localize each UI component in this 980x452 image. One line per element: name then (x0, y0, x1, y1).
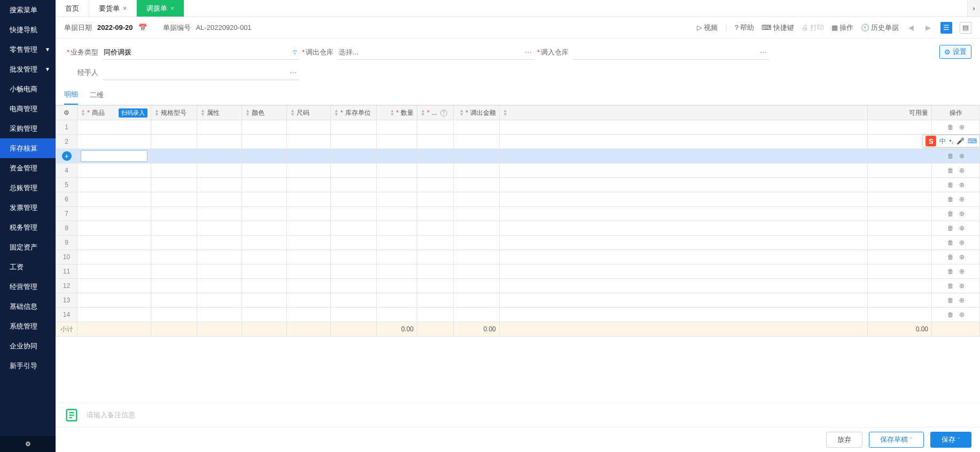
settings-button[interactable]: ⚙设置 (939, 45, 971, 59)
sidebar-item-wholesale[interactable]: 批发管理▼ (0, 59, 56, 79)
delete-row-icon[interactable]: 🗑 (947, 152, 954, 160)
col-blank[interactable]: ▲▼ (500, 106, 868, 120)
help-link[interactable]: ?帮助 (735, 23, 754, 33)
table-row[interactable]: 14🗑⊕ (56, 308, 980, 322)
info-icon[interactable]: ? (440, 110, 447, 116)
more-icon[interactable]: ⋯ (525, 48, 532, 56)
delete-row-icon[interactable]: 🗑 (947, 282, 954, 290)
operate-link[interactable]: ▦操作 (831, 23, 853, 33)
delete-row-icon[interactable]: 🗑 (947, 297, 954, 304)
table-row[interactable]: 6🗑⊕ (56, 192, 980, 207)
copy-row-icon[interactable]: ⊕ (959, 123, 965, 131)
prev-doc-button[interactable]: ◀ (906, 24, 916, 32)
delete-row-icon[interactable]: 🗑 (947, 239, 954, 246)
col-unit[interactable]: ▲▼*库存单位 (331, 106, 377, 120)
table-row[interactable]: 8🗑⊕ (56, 221, 980, 236)
table-row[interactable]: 10🗑⊕ (56, 250, 980, 264)
video-link[interactable]: ▷视频 (697, 23, 718, 33)
col-spec[interactable]: ▲▼规格型号 (151, 106, 197, 120)
copy-row-icon[interactable]: ⊕ (959, 167, 965, 174)
history-link[interactable]: 🕘历史单据 (861, 23, 899, 33)
table-row[interactable]: 5🗑⊕ (56, 178, 980, 192)
col-out-amount[interactable]: ▲▼*调出金额 (454, 106, 500, 120)
add-row-button[interactable]: + (62, 151, 72, 161)
ime-toolbar[interactable]: S 中 •, 🎤 ⌨ (922, 135, 980, 147)
col-product[interactable]: ▲▼*商品扫码录入 (77, 106, 151, 120)
mic-icon[interactable]: 🎤 (956, 137, 965, 145)
copy-row-icon[interactable]: ⊕ (959, 297, 965, 304)
calendar-icon[interactable]: 📅 (138, 24, 147, 32)
copy-row-icon[interactable]: ⊕ (959, 152, 965, 160)
copy-row-icon[interactable]: ⊕ (959, 196, 965, 203)
save-button[interactable]: 保存˄ (930, 432, 971, 448)
ime-punct-icon[interactable]: •, (949, 137, 953, 145)
sidebar-item-ledger[interactable]: 总账管理 (0, 178, 56, 198)
delete-row-icon[interactable]: 🗑 (947, 123, 954, 131)
more-icon[interactable]: ⋯ (760, 48, 767, 56)
sidebar-item-salary[interactable]: 工资 (0, 257, 56, 277)
delete-row-icon[interactable]: 🗑 (947, 181, 954, 189)
sidebar-item-asset[interactable]: 固定资产 (0, 237, 56, 257)
sidebar-item-business[interactable]: 经营管理 (0, 277, 56, 297)
table-row[interactable]: 7🗑⊕ (56, 207, 980, 221)
table-row[interactable]: 12🗑⊕ (56, 279, 980, 293)
print-link[interactable]: 🖨打印 (802, 23, 824, 33)
close-icon[interactable]: × (170, 5, 174, 12)
sidebar-item-inventory[interactable]: 库存核算 (0, 138, 56, 158)
discard-button[interactable]: 放弃 (826, 432, 862, 448)
table-row[interactable]: +🗑⊕ (56, 149, 980, 163)
copy-row-icon[interactable]: ⊕ (959, 311, 965, 318)
sidebar-item-quicknav[interactable]: 快捷导航 (0, 20, 56, 40)
col-color[interactable]: ▲▼颜色 (242, 106, 287, 120)
copy-row-icon[interactable]: ⊕ (959, 239, 965, 246)
sidebar-item-invoice[interactable]: 发票管理 (0, 198, 56, 217)
copy-row-icon[interactable]: ⊕ (959, 253, 965, 261)
out-warehouse-select[interactable]: ⋯ (338, 45, 534, 60)
col-qty[interactable]: ▲▼*数量 (377, 106, 417, 120)
sidebar-item-basic[interactable]: 基础信息 (0, 297, 56, 316)
table-row[interactable]: 1🗑⊕ (56, 120, 980, 135)
shortcut-link[interactable]: ⌨快捷键 (761, 23, 794, 33)
tab-2d[interactable]: 二维 (90, 90, 104, 104)
col-more[interactable]: ▲▼*...? (417, 106, 454, 120)
tabs-more[interactable]: › (967, 0, 980, 17)
in-warehouse-select[interactable]: ⋯ (573, 45, 769, 60)
delete-row-icon[interactable]: 🗑 (947, 253, 954, 261)
delete-row-icon[interactable]: 🗑 (947, 167, 954, 174)
sidebar-item-purchase[interactable]: 采购管理 (0, 119, 56, 138)
remark-input[interactable] (87, 411, 971, 419)
save-draft-button[interactable]: 保存草稿˄ (869, 432, 924, 448)
view-card-button[interactable]: ▤ (960, 22, 971, 34)
close-icon[interactable]: × (123, 5, 127, 12)
copy-row-icon[interactable]: ⊕ (959, 210, 965, 217)
keyboard-icon[interactable]: ⌨ (968, 137, 977, 145)
handler-select[interactable]: ⋯ (103, 65, 299, 80)
sidebar-settings[interactable]: ⚙ (0, 436, 56, 452)
biz-type-select[interactable]: ▽ (103, 45, 299, 60)
tab-detail[interactable]: 明细 (64, 90, 78, 105)
sidebar-item-funds[interactable]: 资金管理 (0, 158, 56, 178)
table-row[interactable]: 11🗑⊕ (56, 264, 980, 279)
table-row[interactable]: 2🗑⊕ (56, 135, 980, 149)
sidebar-item-retail[interactable]: 零售管理▼ (0, 40, 56, 59)
table-row[interactable]: 4🗑⊕ (56, 163, 980, 178)
copy-row-icon[interactable]: ⊕ (959, 181, 965, 189)
col-attr[interactable]: ▲▼属性 (197, 106, 242, 120)
tab-transfer[interactable]: 调拨单× (137, 0, 184, 17)
product-cell-input[interactable] (81, 150, 147, 162)
tab-requisition[interactable]: 要货单× (89, 0, 137, 17)
sidebar-item-xceshop[interactable]: 小畅电商 (0, 79, 56, 99)
delete-row-icon[interactable]: 🗑 (947, 196, 954, 203)
ime-mode[interactable]: 中 (939, 137, 946, 146)
table-settings-button[interactable]: ⚙ (56, 106, 77, 120)
sidebar-item-tax[interactable]: 税务管理 (0, 217, 56, 237)
sidebar-item-system[interactable]: 系统管理 (0, 316, 56, 336)
copy-row-icon[interactable]: ⊕ (959, 224, 965, 232)
tab-home[interactable]: 首页 (56, 0, 89, 17)
next-doc-button[interactable]: ▶ (923, 24, 933, 32)
sidebar-item-guide[interactable]: 新手引导 (0, 356, 56, 376)
doc-date-value[interactable]: 2022-09-20 (97, 24, 133, 32)
scan-input-button[interactable]: 扫码录入 (119, 108, 147, 118)
delete-row-icon[interactable]: 🗑 (947, 210, 954, 217)
delete-row-icon[interactable]: 🗑 (947, 311, 954, 318)
